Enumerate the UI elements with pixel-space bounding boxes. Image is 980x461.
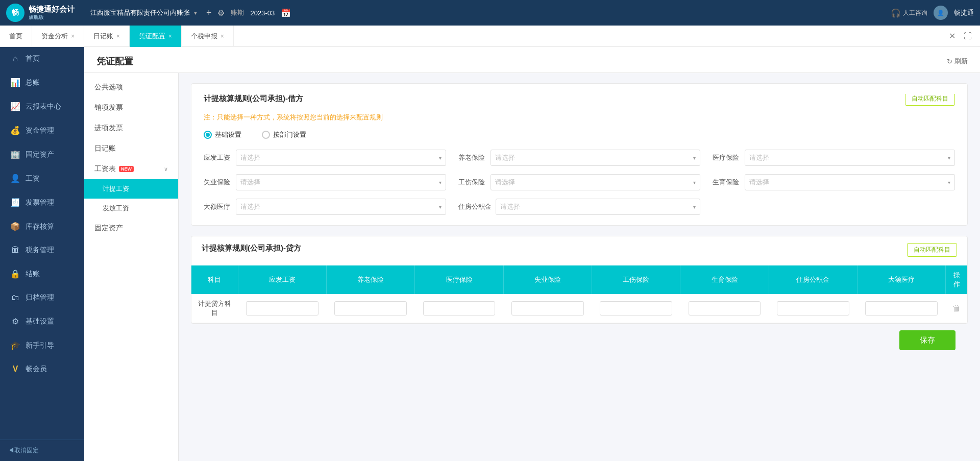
input-injury[interactable] xyxy=(600,301,672,316)
input-medical[interactable] xyxy=(423,301,496,316)
sidebar-item-guide[interactable]: 🎓 新手引导 xyxy=(0,333,84,357)
radio-dept-label: 按部门设置 xyxy=(273,130,306,139)
nav-fixed-assets[interactable]: 固定资产 xyxy=(84,218,178,238)
salary-icon: 👤 xyxy=(10,174,20,183)
payroll-group-label: 工资表 xyxy=(94,164,116,174)
cell-large-medical xyxy=(857,294,946,323)
close-voucher-config[interactable]: × xyxy=(168,33,172,40)
housing-select[interactable]: 请选择 ▾ xyxy=(496,199,701,215)
credit-table-header-row: 科目 应发工资 养老保险 医疗保险 失业保险 工伤保险 生育保险 住房公积金 大… xyxy=(191,265,967,294)
medical-select[interactable]: 请选择 ▾ xyxy=(745,150,955,166)
auto-match-credit-button[interactable]: 自动匹配科目 xyxy=(907,243,957,257)
col-subject: 科目 xyxy=(191,265,238,294)
credit-section-header: 计提核算规则(公司承担)-贷方 自动匹配科目 xyxy=(191,236,967,265)
archive-icon: 🗂 xyxy=(10,293,20,302)
auto-match-debit-button[interactable]: 自动匹配科目 xyxy=(905,94,955,106)
close-capital-analysis[interactable]: × xyxy=(71,33,75,40)
sidebar-item-inventory[interactable]: 📦 库存核算 xyxy=(0,214,84,238)
nav-payroll-payment[interactable]: 发放工资 xyxy=(84,199,178,218)
sidebar-item-archive[interactable]: 🗂 归档管理 xyxy=(0,286,84,309)
pension-select[interactable]: 请选择 ▾ xyxy=(491,150,701,166)
add-tab-button[interactable]: + xyxy=(206,8,212,18)
cell-action: 🗑 xyxy=(946,294,967,323)
nav-journal[interactable]: 日记账 xyxy=(84,138,178,159)
field-unemployment: 失业保险 请选择 ▾ xyxy=(204,174,446,190)
large-medical-select[interactable]: 请选择 ▾ xyxy=(236,199,446,215)
tab-capital-analysis[interactable]: 资金分析 × xyxy=(32,26,84,47)
sidebar-item-tax[interactable]: 🏛 税务管理 xyxy=(0,238,84,262)
sidebar-label-close: 结账 xyxy=(26,270,40,279)
input-housing[interactable] xyxy=(777,301,849,316)
nav-sales-invoice[interactable]: 销项发票 xyxy=(84,98,178,118)
tab-journal[interactable]: 日记账 × xyxy=(84,26,130,47)
credit-section: 计提核算规则(公司承担)-贷方 自动匹配科目 科目 应发工资 养老保险 医疗保险… xyxy=(191,236,968,324)
injury-label: 工伤保险 xyxy=(458,178,486,187)
sidebar-item-reports[interactable]: 📈 云报表中心 xyxy=(0,94,84,118)
expand-window-button[interactable]: ⛶ xyxy=(962,32,974,41)
nav-public-options[interactable]: 公共选项 xyxy=(84,77,178,98)
injury-select[interactable]: 请选择 ▾ xyxy=(491,174,701,190)
close-tax-report[interactable]: × xyxy=(220,33,224,40)
sidebar-item-settings[interactable]: ⚙ 基础设置 xyxy=(0,309,84,333)
col-action: 操作 xyxy=(946,265,967,294)
assets-icon: 🏢 xyxy=(10,150,20,159)
sidebar-label-guide: 新手引导 xyxy=(26,341,54,350)
credit-section-title: 计提核算规则(公司承担)-贷方 xyxy=(202,244,301,253)
company-selector[interactable]: 江西服宝精品有限责任公司内账张 ▼ xyxy=(90,8,198,17)
field-medical: 医疗保险 请选择 ▾ xyxy=(713,150,955,166)
home-tab-label: 首页 xyxy=(9,32,22,41)
col-unemployment: 失业保险 xyxy=(503,265,592,294)
field-housing: 住房公积金 请选择 ▾ xyxy=(458,199,701,215)
input-gross-salary[interactable] xyxy=(246,301,318,316)
radio-dept-setting[interactable]: 按部门设置 xyxy=(262,130,306,139)
cell-housing xyxy=(769,294,857,323)
tab-tax-report[interactable]: 个税申报 × xyxy=(182,26,234,47)
housing-label: 住房公积金 xyxy=(458,202,492,211)
app-logo: 畅 xyxy=(6,4,24,22)
sidebar-item-salary[interactable]: 👤 工资 xyxy=(0,166,84,190)
large-medical-label: 大额医疗 xyxy=(204,202,232,211)
housing-arrow: ▾ xyxy=(693,204,696,210)
close-window-button[interactable]: ✕ xyxy=(947,31,958,41)
close-journal[interactable]: × xyxy=(116,33,120,40)
period-label: 账期 xyxy=(231,8,244,17)
headphone-icon: 🎧 xyxy=(891,8,901,18)
birth-select[interactable]: 请选择 ▾ xyxy=(745,174,955,190)
sidebar-item-vip[interactable]: V 畅会员 xyxy=(0,357,84,381)
refresh-button[interactable]: ↻ 刷新 xyxy=(947,57,968,66)
input-unemployment[interactable] xyxy=(511,301,584,316)
sidebar-label-archive: 归档管理 xyxy=(26,293,54,302)
nav-payroll-accrual[interactable]: 计提工资 xyxy=(84,179,178,199)
nav-purchase-invoice[interactable]: 进项发票 xyxy=(84,118,178,138)
gross-salary-select[interactable]: 请选择 ▾ xyxy=(236,150,446,166)
save-bar: 保存 xyxy=(191,324,968,356)
radio-basic-setting[interactable]: 基础设置 xyxy=(204,130,241,139)
delete-row-button[interactable]: 🗑 xyxy=(952,304,961,312)
service-button[interactable]: 🎧 人工咨询 xyxy=(891,8,927,18)
refresh-label: 刷新 xyxy=(954,57,968,66)
top-bar: 畅 畅捷通好会计 旗舰版 江西服宝精品有限责任公司内账张 ▼ + ⚙ 账期 20… xyxy=(0,0,980,26)
sidebar-label-salary: 工资 xyxy=(26,174,40,183)
tax-icon: 🏛 xyxy=(10,246,20,255)
sidebar-item-close[interactable]: 🔒 结账 xyxy=(0,262,84,286)
user-name: 畅捷通 xyxy=(954,8,974,17)
input-pension[interactable] xyxy=(334,301,407,316)
app-name: 畅捷通好会计 xyxy=(29,5,75,14)
save-button[interactable]: 保存 xyxy=(899,330,955,350)
unemployment-select[interactable]: 请选择 ▾ xyxy=(236,174,446,190)
sidebar-item-home[interactable]: ⌂ 首页 xyxy=(0,47,84,70)
period-value: 2023-03 xyxy=(250,9,275,17)
sidebar-item-assets[interactable]: 🏢 固定资产 xyxy=(0,142,84,166)
sidebar-item-ledger[interactable]: 📊 总账 xyxy=(0,70,84,94)
sidebar-unpin-button[interactable]: ◀取消固定 xyxy=(0,440,84,461)
sidebar-item-invoice[interactable]: 🧾 发票管理 xyxy=(0,190,84,214)
settings-button[interactable]: ⚙ xyxy=(217,8,225,18)
input-birth[interactable] xyxy=(689,301,761,316)
tab-home[interactable]: 首页 xyxy=(0,26,32,47)
input-large-medical[interactable] xyxy=(865,301,938,316)
sidebar-item-funds[interactable]: 💰 资金管理 xyxy=(0,118,84,142)
tab-voucher-config[interactable]: 凭证配置 × xyxy=(130,26,182,47)
nav-payroll-group[interactable]: 工资表 NEW ∨ xyxy=(84,159,178,179)
calendar-icon[interactable]: 📅 xyxy=(281,8,291,18)
table-row: 计提贷方科目 🗑 xyxy=(191,294,967,323)
